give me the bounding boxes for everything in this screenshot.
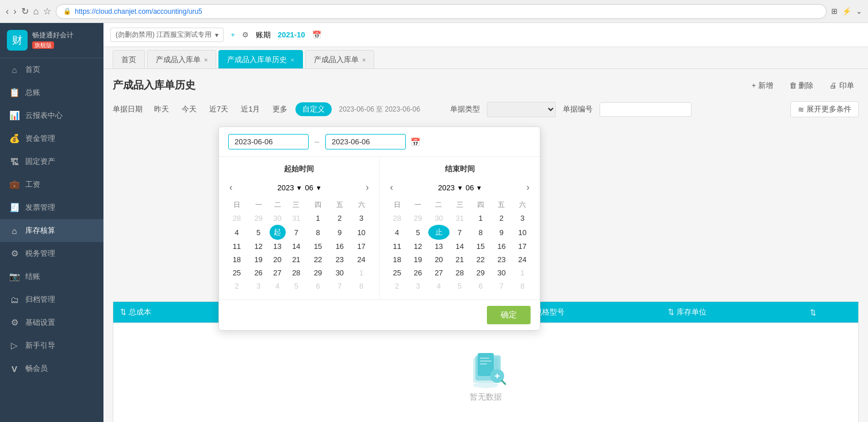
confirm-button[interactable]: 确定 xyxy=(487,306,531,324)
calendar-cell[interactable]: 2 xyxy=(329,212,351,225)
calendar-cell[interactable]: 27 xyxy=(270,266,286,279)
calendar-cell[interactable]: 20 xyxy=(270,253,286,266)
calendar-cell[interactable]: 2 xyxy=(387,279,408,293)
calendar-cell[interactable]: 1 xyxy=(351,266,372,279)
calendar-cell[interactable]: 25 xyxy=(226,266,248,279)
calendar-cell[interactable]: 29 xyxy=(470,266,491,279)
calendar-cell[interactable]: 30 xyxy=(329,266,351,279)
calendar-cell[interactable]: 4 xyxy=(428,279,449,293)
calendar-cell[interactable]: 4 xyxy=(387,225,408,240)
calendar-cell[interactable]: 5 xyxy=(248,225,270,240)
col-unit[interactable]: ⇅ 库存单位 xyxy=(661,302,803,323)
custom-btn[interactable]: 自定义 xyxy=(295,102,332,116)
calendar-cell[interactable]: 26 xyxy=(408,266,428,279)
calendar-icon[interactable]: 📅 xyxy=(312,30,321,39)
sidebar-item-ledger[interactable]: 📋 总账 xyxy=(0,81,103,104)
calendar-cell[interactable]: 21 xyxy=(286,253,308,266)
sidebar-item-reports[interactable]: 📊 云报表中心 xyxy=(0,104,103,127)
sidebar-item-payroll[interactable]: 💼 工资 xyxy=(0,173,103,196)
type-select[interactable] xyxy=(487,102,556,117)
calendar-cell[interactable]: 6 xyxy=(470,279,491,293)
calendar-cell[interactable]: 25 xyxy=(387,266,408,279)
month-btn[interactable]: 近1月 xyxy=(236,102,264,116)
calendar-picker-icon[interactable]: 📅 xyxy=(410,137,420,147)
calendar-cell[interactable]: 31 xyxy=(450,212,470,225)
tab-inbound1-close[interactable]: × xyxy=(204,56,208,63)
refresh-button[interactable]: ↻ xyxy=(21,6,29,17)
calendar-cell[interactable]: 10 xyxy=(512,225,533,240)
delete-button[interactable]: 🗑 删除 xyxy=(785,78,819,93)
menu-dropdown[interactable]: ⌄ xyxy=(856,7,862,16)
calendar-cell[interactable]: 26 xyxy=(248,266,270,279)
calendar-cell[interactable]: 23 xyxy=(329,253,351,266)
sidebar-item-member[interactable]: V 畅会员 xyxy=(0,357,103,380)
calendar-cell[interactable]: 29 xyxy=(408,212,428,225)
calendar-cell[interactable]: 16 xyxy=(491,240,512,253)
calendar-cell[interactable]: 22 xyxy=(307,253,329,266)
end-prev-btn[interactable]: ‹ xyxy=(387,181,397,194)
week-btn[interactable]: 近7天 xyxy=(205,102,233,116)
calendar-cell[interactable]: 2 xyxy=(491,212,512,225)
more-btn[interactable]: 更多 xyxy=(268,102,292,116)
calendar-cell[interactable]: 21 xyxy=(450,253,470,266)
tab-home[interactable]: 首页 xyxy=(113,50,145,68)
add-button[interactable]: + 新增 xyxy=(747,78,778,93)
calendar-cell[interactable]: 7 xyxy=(329,279,351,293)
calendar-cell[interactable]: 8 xyxy=(470,225,491,240)
calendar-cell[interactable]: 13 xyxy=(428,240,449,253)
add-company-btn[interactable]: + xyxy=(231,30,235,39)
calendar-cell[interactable]: 27 xyxy=(428,266,449,279)
calendar-cell[interactable]: 7 xyxy=(491,279,512,293)
start-prev-btn[interactable]: ‹ xyxy=(226,181,236,194)
end-next-btn[interactable]: › xyxy=(523,181,533,194)
sidebar-item-guide[interactable]: ▷ 新手引导 xyxy=(0,334,103,357)
calendar-cell[interactable]: 1 xyxy=(307,212,329,225)
calendar-cell[interactable]: 8 xyxy=(512,279,533,293)
tab-inbound2-close[interactable]: × xyxy=(362,56,366,63)
sidebar-item-invoice[interactable]: 🧾 发票管理 xyxy=(0,196,103,219)
tab-history[interactable]: 产成品入库单历史 × xyxy=(218,50,302,68)
sidebar-item-home[interactable]: ⌂ 首页 xyxy=(0,58,103,81)
calendar-cell[interactable]: 4 xyxy=(226,225,248,240)
calendar-cell[interactable]: 24 xyxy=(351,253,372,266)
star-button[interactable]: ☆ xyxy=(43,6,51,17)
sidebar-item-funds[interactable]: 💰 资金管理 xyxy=(0,127,103,150)
calendar-cell[interactable]: 7 xyxy=(286,225,308,240)
calendar-cell[interactable]: 9 xyxy=(329,225,351,240)
calendar-cell[interactable]: 5 xyxy=(408,225,428,240)
url-bar[interactable]: 🔒 https://cloud.chanjet.com/accounting/u… xyxy=(56,4,827,19)
calendar-cell[interactable]: 30 xyxy=(428,212,449,225)
calendar-cell[interactable]: 4 xyxy=(270,279,286,293)
sidebar-item-archive[interactable]: 🗂 归档管理 xyxy=(0,288,103,311)
calendar-cell-end[interactable]: 止 xyxy=(428,225,449,240)
col-total-cost[interactable]: ⇅ 总成本 xyxy=(113,302,236,323)
calendar-cell-start[interactable]: 起 xyxy=(270,225,286,240)
tab-inbound2[interactable]: 产成品入库单 × xyxy=(305,50,374,68)
calendar-cell[interactable]: 30 xyxy=(270,212,286,225)
calendar-cell[interactable]: 2 xyxy=(226,279,248,293)
calendar-cell[interactable]: 14 xyxy=(286,240,308,253)
sidebar-item-inventory[interactable]: ⌂ 库存核算 xyxy=(0,219,103,242)
back-button[interactable]: ‹ xyxy=(6,6,9,17)
start-date-input[interactable]: 2023-06-06 xyxy=(228,134,309,149)
calendar-cell[interactable]: 18 xyxy=(387,253,408,266)
calendar-cell[interactable]: 24 xyxy=(512,253,533,266)
calendar-cell[interactable]: 1 xyxy=(512,266,533,279)
calendar-cell[interactable]: 3 xyxy=(248,279,270,293)
calendar-cell[interactable]: 5 xyxy=(286,279,308,293)
calendar-cell[interactable]: 3 xyxy=(351,212,372,225)
calendar-cell[interactable]: 8 xyxy=(351,279,372,293)
end-date-input[interactable]: 2023-06-06 xyxy=(325,134,406,149)
calendar-cell[interactable]: 31 xyxy=(286,212,308,225)
calendar-cell[interactable]: 7 xyxy=(450,225,470,240)
calendar-cell[interactable]: 19 xyxy=(248,253,270,266)
calendar-cell[interactable]: 14 xyxy=(450,240,470,253)
calendar-cell[interactable]: 5 xyxy=(450,279,470,293)
sidebar-item-assets[interactable]: 🏗 固定资产 xyxy=(0,150,103,173)
sidebar-item-settings[interactable]: ⚙ 基础设置 xyxy=(0,311,103,334)
calendar-cell[interactable]: 28 xyxy=(226,212,248,225)
extensions-icon[interactable]: ⊞ xyxy=(831,7,838,16)
calendar-cell[interactable]: 12 xyxy=(248,240,270,253)
col-spec[interactable]: ⇅ 规格型号 xyxy=(519,302,661,323)
number-input[interactable] xyxy=(600,102,692,117)
